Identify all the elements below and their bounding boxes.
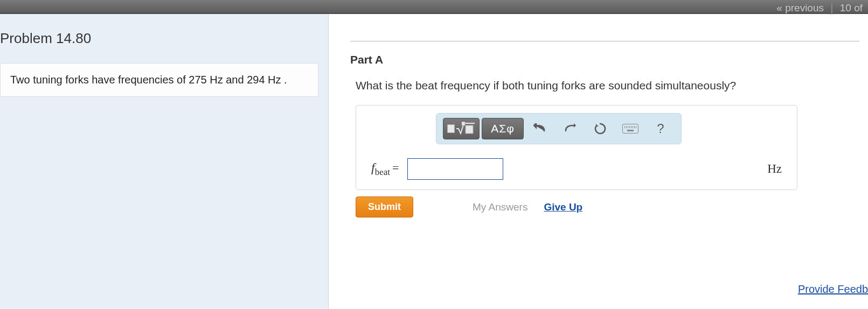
redo-button[interactable] (559, 118, 581, 139)
sqrt-icon (456, 122, 475, 136)
submit-button[interactable]: Submit (356, 196, 413, 217)
nav-pager[interactable]: 10 of (840, 2, 863, 14)
answer-panel: Part A What is the beat frequency if bot… (329, 14, 868, 309)
problem-title: Problem 14.80 (0, 30, 328, 47)
reset-icon (594, 122, 607, 135)
keyboard-button[interactable] (620, 118, 641, 139)
svg-rect-0 (466, 125, 473, 134)
my-answers-link[interactable]: My Answers (473, 201, 527, 213)
problem-panel: Problem 14.80 Two tuning forks have freq… (0, 14, 329, 309)
keyboard-icon (622, 124, 638, 134)
svg-rect-1 (462, 122, 465, 125)
greek-letters-button[interactable]: ΑΣφ (482, 118, 524, 139)
unit-label: Hz (767, 162, 787, 176)
template-fraction-button[interactable] (443, 118, 480, 139)
part-label: Part A (350, 53, 868, 66)
topbar: « previous | 10 of (0, 0, 868, 14)
answer-input[interactable] (407, 158, 503, 180)
help-button[interactable]: ? (650, 118, 671, 139)
topbar-separator: | (830, 1, 834, 15)
variable-label: fbeat= (371, 160, 399, 178)
undo-icon (533, 123, 546, 134)
problem-body: Two tuning forks have frequencies of 275… (0, 63, 318, 97)
question-text: What is the beat frequency if both tunin… (350, 79, 868, 92)
nav-previous[interactable]: « previous (776, 2, 824, 14)
button-row: Submit My Answers Give Up (356, 196, 868, 217)
input-row: fbeat= Hz (366, 158, 787, 180)
provide-feedback-link[interactable]: Provide Feedb (798, 283, 868, 296)
undo-button[interactable] (529, 118, 551, 139)
redo-icon (564, 123, 577, 134)
answer-box: ΑΣφ (356, 105, 797, 190)
reset-button[interactable] (589, 118, 611, 139)
main-container: Problem 14.80 Two tuning forks have freq… (0, 14, 868, 309)
give-up-link[interactable]: Give Up (544, 201, 582, 213)
placeholder-icon (447, 124, 455, 133)
part-divider (350, 41, 859, 41)
equation-toolbar: ΑΣφ (436, 113, 682, 144)
